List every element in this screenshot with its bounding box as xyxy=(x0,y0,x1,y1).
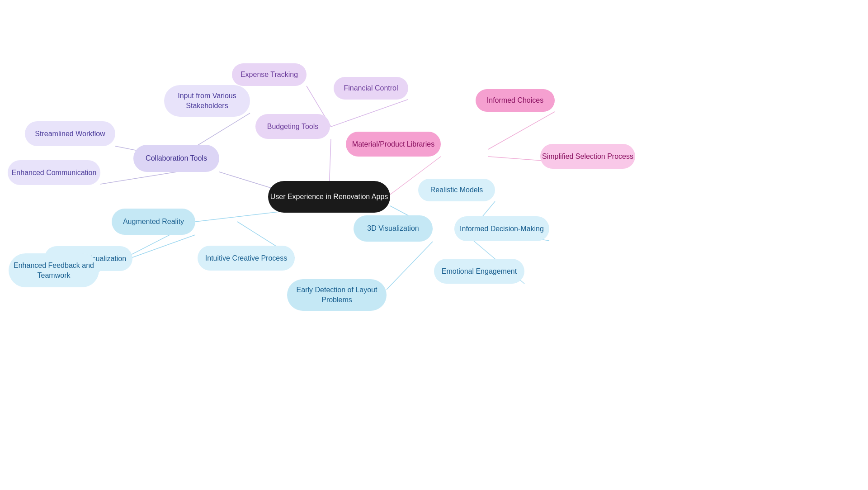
material-libraries-node[interactable]: Material/Product Libraries xyxy=(346,132,441,157)
realistic-models-label: Realistic Models xyxy=(429,185,485,195)
enhanced-comm-label: Enhanced Communication xyxy=(10,168,99,178)
collaboration-label: Collaboration Tools xyxy=(144,153,209,163)
svg-line-9 xyxy=(331,100,408,127)
intuitive-creative-node[interactable]: Intuitive Creative Process xyxy=(198,246,295,271)
central-label: User Experience in Renovation Apps xyxy=(269,192,390,202)
simplified-selection-label: Simplified Selection Process xyxy=(540,152,635,162)
svg-line-16 xyxy=(131,235,195,258)
connections-svg xyxy=(0,0,868,490)
early-detection-label: Early Detection of Layout Problems xyxy=(287,285,387,304)
augmented-reality-node[interactable]: Augmented Reality xyxy=(112,209,195,235)
streamlined-label: Streamlined Workflow xyxy=(33,129,107,139)
augmented-reality-label: Augmented Reality xyxy=(121,217,186,227)
budgeting-node[interactable]: Budgeting Tools xyxy=(255,114,330,139)
budgeting-label: Budgeting Tools xyxy=(265,122,321,132)
simplified-selection-node[interactable]: Simplified Selection Process xyxy=(540,144,635,169)
early-detection-node[interactable]: Early Detection of Layout Problems xyxy=(287,279,387,311)
expense-tracking-node[interactable]: Expense Tracking xyxy=(232,63,307,86)
informed-decision-label: Informed Decision-Making xyxy=(458,224,546,234)
svg-line-7 xyxy=(100,172,176,184)
intuitive-creative-label: Intuitive Creative Process xyxy=(203,253,289,263)
emotional-engagement-label: Emotional Engagement xyxy=(440,266,519,276)
enhanced-comm-node[interactable]: Enhanced Communication xyxy=(8,160,100,185)
informed-decision-node[interactable]: Informed Decision-Making xyxy=(454,216,549,241)
material-libraries-label: Material/Product Libraries xyxy=(350,139,436,149)
input-stakeholders-label: Input from Various Stakeholders xyxy=(164,91,250,110)
expense-tracking-label: Expense Tracking xyxy=(239,70,300,80)
realistic-models-node[interactable]: Realistic Models xyxy=(418,179,495,201)
viz3d-node[interactable]: 3D Visualization xyxy=(354,215,433,242)
streamlined-node[interactable]: Streamlined Workflow xyxy=(25,121,115,146)
svg-line-15 xyxy=(387,242,433,290)
enhanced-feedback-label: Enhanced Feedback and Teamwork xyxy=(9,261,99,280)
enhanced-feedback-node[interactable]: Enhanced Feedback and Teamwork xyxy=(9,253,99,287)
central-node[interactable]: User Experience in Renovation Apps xyxy=(268,181,390,213)
viz3d-label: 3D Visualization xyxy=(365,224,420,233)
informed-choices-label: Informed Choices xyxy=(485,95,545,105)
financial-control-label: Financial Control xyxy=(342,83,400,93)
svg-line-10 xyxy=(488,112,555,149)
input-stakeholders-node[interactable]: Input from Various Stakeholders xyxy=(164,85,250,117)
collaboration-node[interactable]: Collaboration Tools xyxy=(133,145,219,172)
informed-choices-node[interactable]: Informed Choices xyxy=(476,89,555,112)
financial-control-node[interactable]: Financial Control xyxy=(334,77,408,100)
emotional-engagement-node[interactable]: Emotional Engagement xyxy=(434,259,524,284)
